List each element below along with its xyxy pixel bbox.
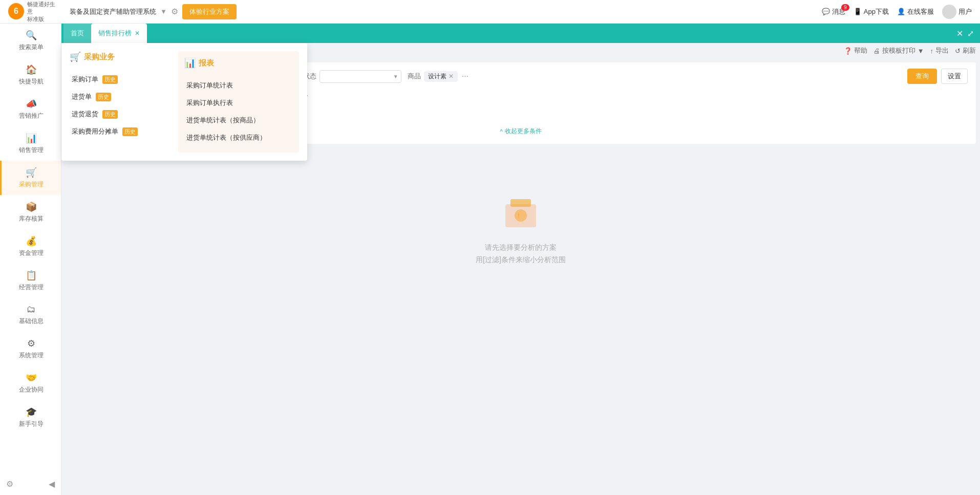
report-header-icon: 📊 xyxy=(184,57,196,69)
online-service-btn[interactable]: 👤 在线客服 xyxy=(897,7,934,16)
return-label: 进货退货 xyxy=(72,110,98,119)
sidebar-settings-btn[interactable]: ⚙ xyxy=(6,479,13,489)
refresh-btn[interactable]: ↺ 刷新 xyxy=(955,46,976,55)
system-dropdown-icon[interactable]: ▼ xyxy=(160,8,167,15)
logo-text: 畅捷通好生意 标准版 xyxy=(27,1,59,23)
sidebar-item-label: 采购管理 xyxy=(19,180,44,189)
print-label: 按模板打印 xyxy=(882,46,915,55)
sidebar-item-search[interactable]: 🔍 搜索菜单 xyxy=(0,24,61,58)
topbar: 6 畅捷通好生意 标准版 装备及固定资产辅助管理系统 ▼ ⚙ 体验行业方案 💬 … xyxy=(0,0,980,24)
tab-home-label: 首页 xyxy=(71,29,84,38)
tab-sales-ranking[interactable]: 销售排行榜 ✕ xyxy=(91,24,147,43)
sidebar-item-purchase[interactable]: 🛒 采购管理 xyxy=(0,161,61,195)
status-select-wrapper: ▼ xyxy=(319,70,401,83)
tab-home[interactable]: 首页 xyxy=(63,24,91,43)
sidebar-item-basic[interactable]: 🗂 基础信息 xyxy=(0,298,61,332)
message-icon: 💬 xyxy=(822,8,830,15)
dropdown-col-left: 🛒 采购业务 采购订单 历史 进货单 历史 进货退货 历史 采购费用分摊单 历史 xyxy=(70,51,178,153)
help-btn[interactable]: ❓ 帮助 xyxy=(844,46,867,55)
empty-state: ! 请先选择要分析的方案 用[过滤]条件来缩小分析范围 xyxy=(61,148,980,309)
query-btn[interactable]: 查询 xyxy=(907,69,937,84)
user-btn[interactable]: 用户 xyxy=(942,5,972,19)
system-name: 装备及固定资产辅助管理系统 xyxy=(70,7,156,16)
app-download-label: App下载 xyxy=(864,7,889,16)
sidebar-item-marketing[interactable]: 📣 营销推广 xyxy=(0,92,61,126)
sidebar-item-guide[interactable]: 🎓 新手引导 xyxy=(0,400,61,435)
history-badge-1: 历史 xyxy=(102,75,118,84)
user-avatar xyxy=(942,5,956,19)
message-btn[interactable]: 💬 消息 9 xyxy=(822,7,845,16)
dropdown-menu: 🛒 采购业务 采购订单 历史 进货单 历史 进货退货 历史 采购费用分摊单 历史 xyxy=(61,43,307,161)
dropdown-right-header: 📊 报表 xyxy=(184,57,293,71)
sidebar-item-sales[interactable]: 📊 销售管理 xyxy=(0,126,61,161)
export-btn[interactable]: ↑ 导出 xyxy=(930,46,949,55)
purchase-order-stats-label: 采购订单统计表 xyxy=(186,81,233,90)
goods-more-btn[interactable]: ··· xyxy=(460,72,471,81)
industry-btn[interactable]: 体验行业方案 xyxy=(182,4,237,19)
service-icon: 👤 xyxy=(897,8,905,15)
svg-text:!: ! xyxy=(518,212,520,220)
logo-icon: 6 xyxy=(8,3,24,19)
dropdown-col-right: 📊 报表 采购订单统计表 采购订单执行表 进货单统计表（按商品） 进货单统计表（… xyxy=(178,51,299,153)
collapse-label: 收起更多条件 xyxy=(505,127,542,136)
dropdown-item-purchase-order-exec[interactable]: 采购订单执行表 xyxy=(184,94,293,112)
dropdown-right-title: 报表 xyxy=(199,58,214,68)
sidebar-collapse-btn[interactable]: ◀ xyxy=(49,479,55,489)
sidebar-item-operations[interactable]: 📋 经营管理 xyxy=(0,264,61,298)
dropdown-left-header: 🛒 采购业务 xyxy=(70,51,178,64)
svg-point-2 xyxy=(515,209,527,222)
sidebar-item-finance[interactable]: 💰 资金管理 xyxy=(0,229,61,264)
tab-expand-btn[interactable]: ⤢ xyxy=(967,29,974,38)
operations-icon: 📋 xyxy=(26,270,37,281)
sidebar-item-label: 库存核算 xyxy=(19,214,44,223)
dropdown-item-expense[interactable]: 采购费用分摊单 历史 xyxy=(70,123,178,140)
history-badge-3: 历史 xyxy=(102,110,118,119)
sidebar-bottom: ⚙ ◀ xyxy=(0,473,61,495)
tab-close-btn[interactable]: ✕ xyxy=(135,30,140,37)
settings-icon[interactable]: ⚙ xyxy=(171,7,178,16)
purchase-order-label: 采购订单 xyxy=(72,75,98,84)
expense-label: 采购费用分摊单 xyxy=(72,127,118,136)
goods-tag-close[interactable]: ✕ xyxy=(449,73,454,80)
user-label: 用户 xyxy=(958,7,972,16)
refresh-icon: ↺ xyxy=(955,47,961,55)
topbar-center: 装备及固定资产辅助管理系统 ▼ ⚙ 体验行业方案 xyxy=(59,4,822,19)
goods-label: 商品 xyxy=(408,72,421,81)
sidebar-item-enterprise[interactable]: 🤝 企业协同 xyxy=(0,366,61,400)
incoming-stats-supplier-label: 进货单统计表（按供应商） xyxy=(186,133,266,142)
history-badge-2: 历史 xyxy=(96,93,111,101)
status-select[interactable] xyxy=(319,70,401,83)
refresh-label: 刷新 xyxy=(963,46,976,55)
sidebar-item-label: 基础信息 xyxy=(19,317,44,326)
app-download-btn[interactable]: 📱 App下载 xyxy=(854,7,889,16)
tab-bar-right: ✕ ⤢ xyxy=(956,29,978,38)
dropdown-item-purchase-order-stats[interactable]: 采购订单统计表 xyxy=(184,77,293,94)
purchase-order-exec-label: 采购订单执行表 xyxy=(186,98,233,107)
sidebar-item-inventory[interactable]: 📦 库存核算 xyxy=(0,195,61,229)
guide-icon: 🎓 xyxy=(26,406,37,418)
tab-sales-ranking-label: 销售排行榜 xyxy=(98,29,132,38)
print-btn[interactable]: 🖨 按模板打印 ▼ xyxy=(874,46,924,55)
print-icon: 🖨 xyxy=(874,47,880,55)
tab-close-all-btn[interactable]: ✕ xyxy=(956,29,963,38)
dropdown-item-return[interactable]: 进货退货 历史 xyxy=(70,105,178,123)
dropdown-item-purchase-order[interactable]: 采购订单 历史 xyxy=(70,71,178,88)
sidebar-item-label: 经营管理 xyxy=(19,283,44,292)
purchase-header-icon: 🛒 xyxy=(70,51,81,62)
dropdown-item-incoming[interactable]: 进货单 历史 xyxy=(70,88,178,105)
online-service-label: 在线客服 xyxy=(907,7,934,16)
dropdown-item-incoming-stats-goods[interactable]: 进货单统计表（按商品） xyxy=(184,112,293,129)
sidebar-item-quick-nav[interactable]: 🏠 快捷导航 xyxy=(0,58,61,92)
dropdown-item-incoming-stats-supplier[interactable]: 进货单统计表（按供应商） xyxy=(184,129,293,146)
inventory-icon: 📦 xyxy=(26,201,37,212)
finance-icon: 💰 xyxy=(26,235,37,247)
search-icon: 🔍 xyxy=(26,30,37,41)
collapse-chevron-icon: ^ xyxy=(500,128,503,135)
home-icon: 🏠 xyxy=(26,64,37,75)
purchase-icon: 🛒 xyxy=(26,167,37,178)
sales-icon: 📊 xyxy=(26,133,37,144)
sidebar-item-system[interactable]: ⚙ 系统管理 xyxy=(0,332,61,366)
sidebar: 🔍 搜索菜单 🏠 快捷导航 📣 营销推广 📊 销售管理 🛒 采购管理 📦 库存核… xyxy=(0,24,61,495)
query-actions: 查询 设置 xyxy=(907,69,968,84)
settings-filter-btn[interactable]: 设置 xyxy=(941,69,968,84)
